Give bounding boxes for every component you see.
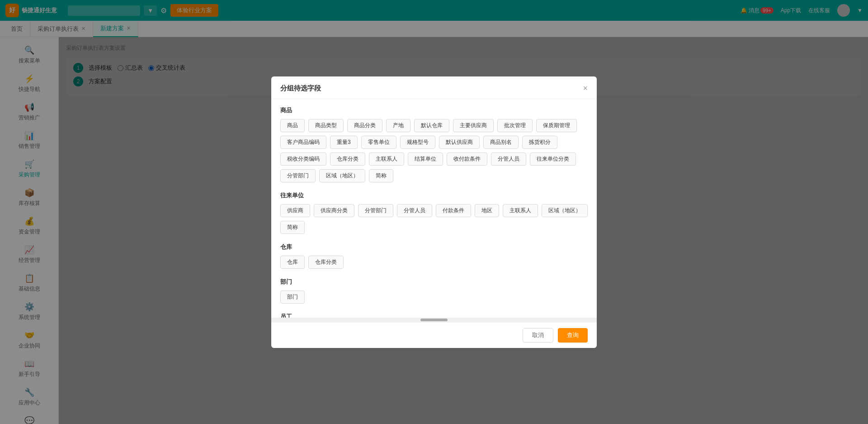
section-title-3: 部门	[280, 278, 588, 286]
field-tag-0-5[interactable]: 主要供应商	[453, 119, 494, 132]
field-tag-0-15[interactable]: 税收分类编码	[280, 152, 326, 166]
field-section-4: 员工业务员	[280, 313, 588, 318]
field-tag-0-11[interactable]: 规格型号	[400, 136, 435, 149]
field-tag-0-19[interactable]: 收付款条件	[447, 152, 487, 166]
section-title-0: 商品	[280, 106, 588, 114]
confirm-button[interactable]: 查询	[558, 328, 588, 343]
field-tag-0-20[interactable]: 分管人员	[491, 152, 526, 166]
field-tag-0-7[interactable]: 保质期管理	[536, 119, 577, 132]
field-tag-1-4[interactable]: 付款条件	[436, 204, 471, 217]
cancel-button[interactable]: 取消	[523, 328, 553, 343]
modal-footer: 取消 查询	[271, 322, 597, 348]
field-tag-0-2[interactable]: 商品分类	[347, 119, 382, 132]
modal-overlay: 分组待选字段 × 商品商品商品类型商品分类产地默认仓库主要供应商批次管理保质期管…	[0, 0, 868, 424]
field-tag-0-17[interactable]: 主联系人	[369, 152, 404, 166]
field-section-2: 仓库仓库仓库分类	[280, 243, 588, 269]
field-tag-0-9[interactable]: 重量3	[330, 136, 358, 149]
field-tag-0-23[interactable]: 区域（地区）	[319, 169, 365, 182]
field-tag-0-18[interactable]: 结算单位	[408, 152, 443, 166]
field-tags-3: 部门	[280, 291, 588, 304]
modal-horizontal-scrollbar[interactable]	[271, 318, 597, 322]
modal-body[interactable]: 商品商品商品类型商品分类产地默认仓库主要供应商批次管理保质期管理客户商品编码重量…	[271, 99, 597, 318]
field-select-modal: 分组待选字段 × 商品商品商品类型商品分类产地默认仓库主要供应商批次管理保质期管…	[271, 76, 597, 348]
field-tag-1-0[interactable]: 供应商	[280, 204, 310, 217]
section-title-1: 往来单位	[280, 191, 588, 200]
section-title-2: 仓库	[280, 243, 588, 251]
field-tag-1-8[interactable]: 简称	[280, 221, 305, 234]
field-tags-1: 供应商供应商分类分管部门分管人员付款条件地区主联系人区域（地区）简称	[280, 204, 588, 234]
field-tag-1-6[interactable]: 主联系人	[503, 204, 538, 217]
field-tag-0-21[interactable]: 往来单位分类	[530, 152, 576, 166]
modal-header: 分组待选字段 ×	[271, 76, 597, 99]
field-tag-0-22[interactable]: 分管部门	[280, 169, 316, 182]
field-tag-0-24[interactable]: 简称	[369, 169, 393, 182]
field-tag-0-1[interactable]: 商品类型	[308, 119, 344, 132]
field-tag-0-14[interactable]: 拣货积分	[522, 136, 557, 149]
field-tag-0-8[interactable]: 客户商品编码	[280, 136, 326, 149]
field-tag-1-5[interactable]: 地区	[475, 204, 499, 217]
field-tags-2: 仓库仓库分类	[280, 256, 588, 269]
field-section-1: 往来单位供应商供应商分类分管部门分管人员付款条件地区主联系人区域（地区）简称	[280, 191, 588, 234]
field-tag-0-3[interactable]: 产地	[386, 119, 410, 132]
field-tag-3-0[interactable]: 部门	[280, 291, 305, 304]
field-tags-0: 商品商品类型商品分类产地默认仓库主要供应商批次管理保质期管理客户商品编码重量3零…	[280, 119, 588, 182]
field-tag-1-2[interactable]: 分管部门	[358, 204, 393, 217]
field-tag-0-4[interactable]: 默认仓库	[414, 119, 449, 132]
field-tag-0-16[interactable]: 仓库分类	[330, 152, 365, 166]
modal-title: 分组待选字段	[280, 84, 321, 93]
field-tag-0-13[interactable]: 商品别名	[483, 136, 519, 149]
field-tag-1-3[interactable]: 分管人员	[397, 204, 432, 217]
section-title-4: 员工	[280, 313, 588, 318]
field-section-0: 商品商品商品类型商品分类产地默认仓库主要供应商批次管理保质期管理客户商品编码重量…	[280, 106, 588, 182]
field-section-3: 部门部门	[280, 278, 588, 304]
field-tag-0-0[interactable]: 商品	[280, 119, 305, 132]
field-tag-0-6[interactable]: 批次管理	[497, 119, 533, 132]
field-tag-1-7[interactable]: 区域（地区）	[542, 204, 588, 217]
field-tag-2-1[interactable]: 仓库分类	[308, 256, 344, 269]
field-tag-2-0[interactable]: 仓库	[280, 256, 305, 269]
field-tag-0-10[interactable]: 零售单位	[361, 136, 396, 149]
modal-close-button[interactable]: ×	[583, 84, 588, 93]
field-tag-0-12[interactable]: 默认供应商	[439, 136, 480, 149]
field-tag-1-1[interactable]: 供应商分类	[314, 204, 354, 217]
